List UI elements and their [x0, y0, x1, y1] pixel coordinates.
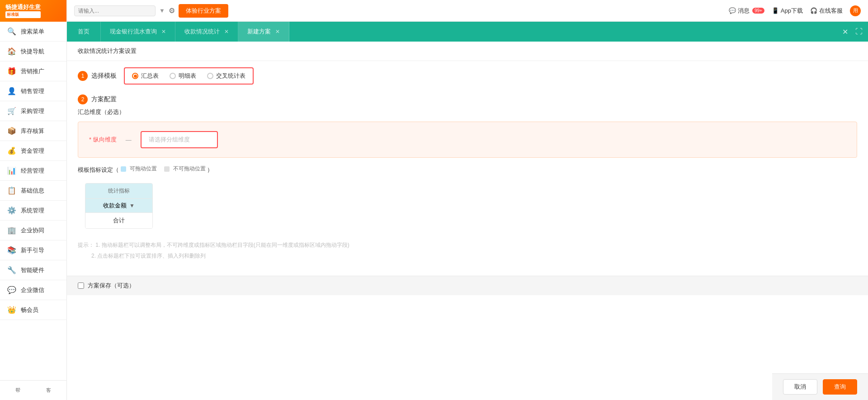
settings-icon[interactable]: ⚙ — [169, 6, 175, 15]
book-icon: 📚 — [7, 246, 16, 254]
user-area[interactable]: 用 — [850, 5, 861, 16]
sidebar-item-label: 搜索菜单 — [21, 28, 44, 36]
tip1: 提示： 1. 拖动标题栏可以调整布局，不可跨维度或指标区域拖动栏目字段(只能在同… — [78, 240, 857, 250]
tab-home[interactable]: 首页 — [67, 22, 101, 42]
query-button[interactable]: 查询 — [823, 379, 857, 395]
radio-detail[interactable]: 明细表 — [170, 72, 196, 80]
stats-column-header: 收款金额 ▼ — [85, 199, 152, 213]
sidebar-item-management[interactable]: 📊 经营管理 — [0, 161, 66, 181]
tab-new-plan[interactable]: 新建方案 ✕ — [238, 22, 289, 42]
sidebar-item-beginner[interactable]: 📚 新手引导 — [0, 240, 66, 260]
dropdown-icon[interactable]: ▼ — [129, 202, 135, 209]
sidebar-item-enterprise[interactable]: 🏢 企业协同 — [0, 221, 66, 240]
radio-crosstab[interactable]: 交叉统计表 — [207, 72, 245, 80]
message-icon: 💬 — [729, 7, 736, 14]
save-checkbox[interactable] — [78, 282, 84, 289]
dimension-selector[interactable]: 请选择分组维度 — [141, 131, 218, 148]
radio-summary[interactable]: 汇总表 — [132, 72, 159, 80]
stats-header: 统计指标 — [85, 184, 152, 199]
save-label: 方案保存（可选） — [88, 282, 135, 290]
tab-expand-icon[interactable]: ⛶ — [854, 26, 864, 38]
gift-icon: 🎁 — [7, 67, 16, 75]
tab-cashflow[interactable]: 现金银行流水查询 ✕ — [101, 22, 175, 42]
chevron-down-icon[interactable]: ▼ — [159, 7, 165, 14]
sidebar-item-finance[interactable]: 💰 资金管理 — [0, 141, 66, 161]
sidebar-item-inventory[interactable]: 📦 库存核算 — [0, 121, 66, 141]
sidebar-item-label: 智能硬件 — [21, 266, 44, 274]
cancel-button[interactable]: 取消 — [783, 379, 817, 395]
app-download-label: App下载 — [781, 7, 803, 15]
sidebar-item-basic-info[interactable]: 📋 基础信息 — [0, 181, 66, 201]
online-service-area[interactable]: 🎧 在线客服 — [810, 7, 843, 15]
sidebar-item-label: 基础信息 — [21, 187, 44, 195]
trial-button[interactable]: 体验行业方案 — [179, 4, 228, 18]
tip2: 2. 点击标题栏下拉可设置排序、插入列和删除列 — [78, 250, 857, 261]
search-input[interactable] — [74, 5, 156, 16]
dimension-selector-placeholder: 请选择分组维度 — [149, 136, 190, 143]
step1-wrapper: 1 选择模板 汇总表 明细表 交叉统计表 — [67, 61, 868, 88]
page-title-area: 收款情况统计方案设置 — [67, 42, 868, 61]
sidebar-item-sales[interactable]: 👤 销售管理 — [0, 81, 66, 101]
stats-table: 统计指标 收款金额 ▼ 合计 — [85, 183, 153, 229]
sidebar-item-purchase[interactable]: 🛒 采购管理 — [0, 101, 66, 121]
tab-new-plan-label: 新建方案 — [247, 28, 271, 36]
sidebar-item-wechat[interactable]: 💬 企业微信 — [0, 280, 66, 300]
chart-icon: 📊 — [7, 166, 16, 175]
sidebar-item-label: 库存核算 — [21, 127, 44, 135]
tab-cashflow-close-icon[interactable]: ✕ — [161, 28, 166, 35]
sidebar-help-btn[interactable]: 帮 — [4, 384, 33, 396]
user-avatar: 用 — [850, 5, 861, 16]
sidebar-item-label: 企业微信 — [21, 286, 44, 294]
app-download-area[interactable]: 📱 App下载 — [772, 7, 803, 15]
crown-icon: 👑 — [7, 306, 16, 314]
dimension-title: 汇总维度（必选） — [78, 108, 857, 116]
stats-total-cell: 合计 — [85, 213, 152, 228]
sidebar: 畅捷通好生意 标准版 🔍 搜索菜单 🏠 快捷导航 🎁 营销推广 👤 销售管理 🛒… — [0, 0, 67, 400]
stats-header-label: 统计指标 — [108, 187, 130, 195]
sidebar-item-member[interactable]: 👑 畅会员 — [0, 300, 66, 320]
tab-close-all-icon[interactable]: ✕ — [840, 26, 850, 38]
tips-section: 提示： 1. 拖动标题栏可以调整布局，不可跨维度或指标区域拖动栏目字段(只能在同… — [78, 232, 857, 268]
main-area: ▼ ⚙ 体验行业方案 💬 消息 99+ 📱 App下载 🎧 在线客服 用 — [67, 0, 868, 400]
sidebar-item-label: 系统管理 — [21, 207, 44, 215]
notification-badge: 99+ — [752, 8, 764, 14]
draggable-dot — [121, 166, 126, 172]
cart-icon: 🛒 — [7, 107, 16, 115]
notification-area[interactable]: 💬 消息 99+ — [729, 7, 764, 15]
sidebar-item-system[interactable]: ⚙️ 系统管理 — [0, 201, 66, 221]
tab-new-plan-close-icon[interactable]: ✕ — [275, 28, 280, 35]
tab-collection-label: 收款情况统计 — [184, 28, 220, 36]
user-icon: 👤 — [7, 87, 16, 95]
tool-icon: 🔧 — [7, 266, 16, 274]
sidebar-item-hardware[interactable]: 🔧 智能硬件 — [0, 260, 66, 280]
search-icon: 🔍 — [7, 27, 16, 36]
tab-collection[interactable]: 收款情况统计 ✕ — [175, 22, 238, 42]
sidebar-item-label: 企业协同 — [21, 226, 44, 235]
sidebar-item-label: 经营管理 — [21, 167, 44, 175]
bottom-actions: 取消 查询 — [772, 373, 868, 400]
sidebar-item-label: 采购管理 — [21, 107, 44, 115]
non-draggable-label: 不可拖动位置 — [173, 165, 206, 173]
building-icon: 🏢 — [7, 226, 16, 235]
toggle-info: 可拖动位置 不可拖动位置 — [121, 165, 206, 173]
sidebar-item-label: 资金管理 — [21, 147, 44, 155]
radio-detail-label: 明细表 — [179, 72, 196, 80]
sidebar-item-quick-nav[interactable]: 🏠 快捷导航 — [0, 42, 66, 61]
template-options: 汇总表 明细表 交叉统计表 — [124, 67, 254, 85]
radio-summary-label: 汇总表 — [141, 72, 159, 80]
sidebar-item-label: 畅会员 — [21, 306, 38, 314]
non-draggable-dot — [164, 166, 170, 172]
sidebar-item-marketing[interactable]: 🎁 营销推广 — [0, 61, 66, 81]
page-title: 收款情况统计方案设置 — [78, 47, 137, 54]
page-footer: 方案保存（可选） — [67, 276, 868, 295]
radio-crosstab-label: 交叉统计表 — [216, 72, 245, 80]
sidebar-item-label: 新手引导 — [21, 246, 44, 254]
column1-header: 收款金额 — [103, 202, 127, 210]
metrics-header: 模板指标设定（ 可拖动位置 不可拖动位置 ） — [78, 165, 857, 174]
tab-collection-close-icon[interactable]: ✕ — [224, 28, 229, 35]
sidebar-item-search-menu[interactable]: 🔍 搜索菜单 — [0, 22, 66, 42]
doc-icon: 📋 — [7, 186, 16, 195]
sidebar-logo-badge: 标准版 — [5, 11, 41, 18]
dimension-arrow: — — [126, 136, 132, 143]
sidebar-client-btn[interactable]: 客 — [34, 384, 63, 396]
